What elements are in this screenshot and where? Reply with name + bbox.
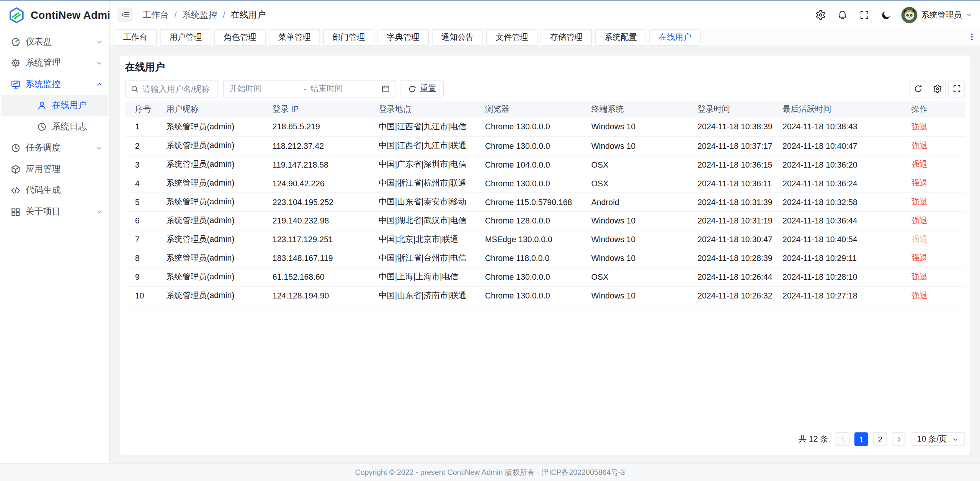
search-input[interactable] bbox=[142, 84, 212, 93]
breadcrumb-item[interactable]: 工作台 bbox=[142, 9, 169, 20]
bell-icon[interactable] bbox=[837, 9, 848, 20]
page-size-select[interactable]: 10 条/页 bbox=[911, 432, 965, 446]
table-row: 2系统管理员(admin)118.212.37.42中国|江西省|九江市|联通C… bbox=[125, 136, 965, 155]
tab-item[interactable]: 用户管理 bbox=[160, 29, 211, 46]
force-logout-link[interactable]: 强退 bbox=[911, 178, 927, 187]
force-logout-link[interactable]: 强退 bbox=[911, 197, 927, 206]
sidebar-item[interactable]: 在线用户 bbox=[1, 95, 108, 116]
cell-os: OSX bbox=[586, 267, 693, 286]
force-logout-link[interactable]: 强退 bbox=[911, 272, 927, 281]
fullscreen-button[interactable] bbox=[948, 80, 965, 97]
cell-no: 1 bbox=[125, 117, 162, 136]
cell-ip: 118.212.37.42 bbox=[268, 136, 374, 155]
reset-button[interactable]: 重置 bbox=[401, 80, 444, 98]
tab-item[interactable]: 存储管理 bbox=[541, 29, 592, 46]
cell-login_time: 2024-11-18 10:38:39 bbox=[693, 117, 777, 136]
tab-label: 存储管理 bbox=[550, 32, 583, 43]
cell-ip: 223.104.195.252 bbox=[268, 192, 374, 211]
tab-item[interactable]: 通知公告 bbox=[432, 29, 483, 46]
cell-browser: MSEdge 130.0.0.0 bbox=[480, 230, 586, 249]
tab-item[interactable]: 系统配置 bbox=[595, 29, 646, 46]
pagination-prev-button[interactable] bbox=[836, 432, 849, 446]
calendar-icon bbox=[381, 84, 390, 93]
force-logout-link[interactable]: 强退 bbox=[911, 290, 927, 300]
user-menu[interactable]: 系统管理员 bbox=[903, 7, 973, 23]
force-logout-link[interactable]: 强退 bbox=[911, 215, 927, 225]
chevron-down-icon bbox=[96, 59, 103, 67]
pagination-page-button[interactable]: 1 bbox=[854, 432, 868, 446]
cell-no: 8 bbox=[125, 249, 162, 267]
dark-mode-icon[interactable] bbox=[880, 9, 892, 20]
cell-no: 7 bbox=[125, 230, 162, 249]
tab-item[interactable]: 角色管理 bbox=[214, 29, 266, 46]
sidebar-item-label: 代码生成 bbox=[26, 185, 103, 196]
settings-icon bbox=[933, 84, 942, 93]
tab-item[interactable]: 字典管理 bbox=[377, 29, 429, 46]
force-logout-link[interactable]: 强退 bbox=[911, 140, 927, 150]
sidebar-item[interactable]: 代码生成 bbox=[0, 180, 109, 201]
breadcrumb-item[interactable]: 系统监控 bbox=[182, 9, 217, 20]
breadcrumb-item[interactable]: 在线用户 bbox=[231, 9, 266, 20]
tab-item[interactable]: 文件管理 bbox=[486, 29, 537, 46]
sidebar-item[interactable]: 任务调度 bbox=[0, 137, 109, 159]
cell-login_time: 2024-11-18 10:36:15 bbox=[693, 155, 777, 174]
cell-login_time: 2024-11-18 10:26:44 bbox=[693, 267, 777, 286]
right-column: 工作台/系统监控/在线用户 系统管理员 工作台用户管理角色管理菜单管理部门管理字… bbox=[110, 1, 980, 463]
cell-action: 强退 bbox=[906, 249, 965, 267]
tab-label: 用户管理 bbox=[169, 32, 202, 43]
date-start-field[interactable]: 开始时间 bbox=[229, 83, 300, 94]
date-end-field[interactable]: 结束时间 bbox=[310, 83, 381, 94]
column-header: 登录 IP bbox=[268, 101, 374, 117]
tab-item[interactable]: 工作台 bbox=[114, 29, 157, 46]
pagination-next-button[interactable] bbox=[892, 432, 906, 446]
cell-ip: 124.128.194.90 bbox=[268, 286, 374, 305]
chevron-down-icon bbox=[952, 436, 959, 443]
cell-nickname: 系统管理员(admin) bbox=[161, 155, 268, 174]
tab-label: 文件管理 bbox=[496, 32, 528, 43]
tab-item[interactable]: 菜单管理 bbox=[269, 29, 320, 46]
menu-fold-icon[interactable] bbox=[118, 7, 132, 22]
cell-browser: Chrome 118.0.0.0 bbox=[480, 249, 586, 267]
force-logout-link[interactable]: 强退 bbox=[911, 159, 927, 168]
header-icon-group bbox=[815, 9, 892, 20]
tab-label: 系统配置 bbox=[604, 32, 637, 43]
history-icon bbox=[36, 122, 47, 132]
chevron-down-icon bbox=[965, 11, 972, 18]
tab-label: 通知公告 bbox=[441, 32, 474, 43]
logo[interactable]: ContiNew Admin bbox=[0, 1, 109, 29]
clock-icon bbox=[10, 143, 21, 153]
cell-location: 中国|湖北省|武汉市|电信 bbox=[374, 211, 480, 230]
settings-icon[interactable] bbox=[815, 9, 826, 20]
sidebar-item[interactable]: 系统监控 bbox=[0, 74, 109, 95]
cell-ip: 183.148.167.119 bbox=[268, 249, 374, 267]
cell-nickname: 系统管理员(admin) bbox=[161, 286, 268, 305]
sidebar-item[interactable]: 应用管理 bbox=[0, 159, 109, 180]
table-toolbar bbox=[910, 80, 965, 97]
force-logout-link[interactable]: 强退 bbox=[911, 122, 927, 131]
more-vertical-icon[interactable] bbox=[966, 31, 977, 42]
cell-action: 强退 bbox=[906, 117, 965, 136]
sidebar-item[interactable]: 系统管理 bbox=[0, 52, 109, 74]
cell-nickname: 系统管理员(admin) bbox=[161, 267, 268, 286]
settings-button[interactable] bbox=[929, 80, 946, 97]
fullscreen-icon bbox=[952, 84, 961, 93]
main-row: ContiNew Admin 仪表盘系统管理系统监控在线用户系统日志任务调度应用… bbox=[0, 1, 980, 463]
sidebar: ContiNew Admin 仪表盘系统管理系统监控在线用户系统日志任务调度应用… bbox=[0, 1, 110, 463]
column-header: 登录时间 bbox=[693, 101, 777, 117]
fullscreen-icon[interactable] bbox=[859, 9, 870, 20]
tab-item[interactable]: 部门管理 bbox=[323, 29, 374, 46]
cell-nickname: 系统管理员(admin) bbox=[161, 174, 268, 192]
tab-label: 工作台 bbox=[123, 32, 148, 43]
chevron-down-icon bbox=[96, 38, 103, 46]
sidebar-item-label: 在线用户 bbox=[52, 100, 102, 111]
pagination-page-button[interactable]: 2 bbox=[873, 432, 887, 446]
sidebar-item[interactable]: 仪表盘 bbox=[0, 31, 109, 53]
sidebar-item[interactable]: 关于项目 bbox=[0, 201, 109, 223]
tab-item[interactable]: 在线用户 bbox=[649, 29, 701, 46]
sidebar-item[interactable]: 系统日志 bbox=[0, 116, 109, 138]
cell-last_active: 2024-11-18 10:40:47 bbox=[777, 136, 906, 155]
cell-os: Windows 10 bbox=[586, 117, 693, 136]
force-logout-link[interactable]: 强退 bbox=[911, 253, 927, 262]
refresh-button[interactable] bbox=[910, 80, 926, 97]
date-range-picker[interactable]: 开始时间 - 结束时间 bbox=[223, 80, 396, 98]
